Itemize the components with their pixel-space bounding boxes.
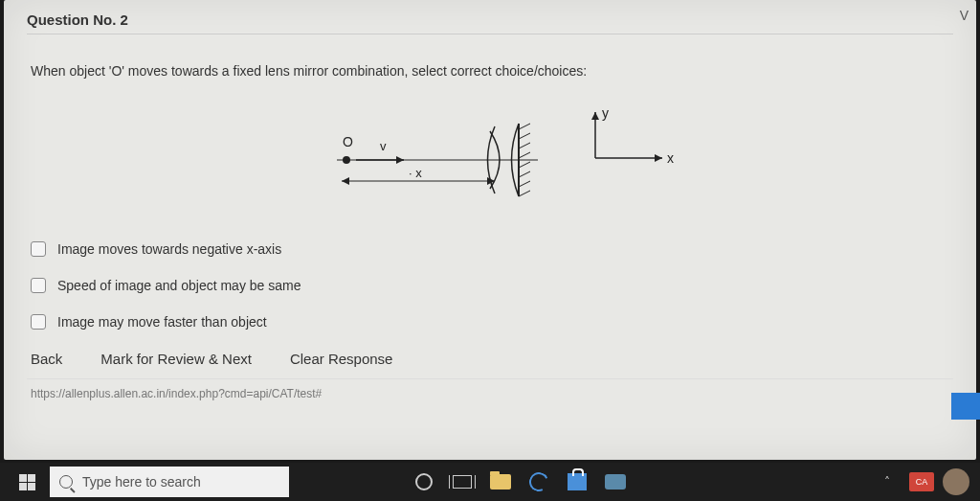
windows-icon <box>19 474 35 490</box>
svg-line-13 <box>519 171 530 177</box>
search-placeholder: Type here to search <box>82 474 201 490</box>
store-icon <box>568 473 587 490</box>
tray-cast-button[interactable]: CA <box>905 467 938 497</box>
chevron-up-icon: ˄ <box>884 475 890 489</box>
svg-line-14 <box>519 181 530 187</box>
svg-marker-3 <box>396 156 404 164</box>
camera-icon <box>605 474 626 490</box>
svg-line-15 <box>519 191 530 196</box>
search-icon <box>59 475 73 489</box>
svg-line-11 <box>519 152 530 158</box>
start-button[interactable] <box>8 467 46 497</box>
svg-marker-17 <box>591 112 599 120</box>
checkbox-icon[interactable] <box>31 278 46 293</box>
task-view-button[interactable] <box>446 467 479 497</box>
action-bar: Back Mark for Review & Next Clear Respon… <box>27 351 953 367</box>
side-letter: V <box>960 8 969 23</box>
edge-icon <box>526 469 551 494</box>
windows-taskbar: Type here to search ˄ CA <box>0 463 980 501</box>
answer-options: Image moves towards negative x-axis Spee… <box>27 241 953 330</box>
x-axis-label: x <box>667 150 674 166</box>
right-panel-accent <box>951 393 980 420</box>
store-button[interactable] <box>561 467 593 497</box>
tray-overflow-button[interactable]: ˄ <box>871 467 903 497</box>
physics-diagram: O v · x <box>27 98 953 222</box>
mark-review-next-button[interactable]: Mark for Review & Next <box>100 351 252 367</box>
y-axis-label: y <box>602 105 609 121</box>
option-label: Image may move faster than object <box>57 314 267 330</box>
question-prompt: When object 'O' moves towards a fixed le… <box>27 63 953 79</box>
cortana-button[interactable] <box>408 467 440 497</box>
taskbar-search[interactable]: Type here to search <box>50 467 289 497</box>
object-label: O <box>343 134 353 149</box>
svg-point-1 <box>343 156 350 164</box>
svg-line-10 <box>519 143 530 148</box>
svg-line-12 <box>519 162 530 168</box>
question-number: Question No. 2 <box>27 8 953 34</box>
option-3[interactable]: Image may move faster than object <box>31 314 953 330</box>
x-distance-label: · x <box>409 166 422 180</box>
svg-line-9 <box>519 133 530 139</box>
system-tray: ˄ CA <box>871 467 972 497</box>
folder-icon <box>490 474 511 490</box>
svg-marker-19 <box>655 154 662 162</box>
cast-icon: CA <box>909 472 934 491</box>
status-url: https://allenplus.allen.ac.in/index.php?… <box>27 378 953 400</box>
taskbar-pinned <box>408 467 632 497</box>
back-button[interactable]: Back <box>31 351 62 367</box>
edge-button[interactable] <box>523 467 555 497</box>
svg-line-8 <box>519 124 530 129</box>
velocity-label: v <box>380 139 387 153</box>
checkbox-icon[interactable] <box>31 241 46 257</box>
task-view-icon <box>453 475 472 489</box>
question-page: V Question No. 2 When object 'O' moves t… <box>4 0 976 460</box>
option-1[interactable]: Image moves towards negative x-axis <box>31 241 953 257</box>
avatar-icon <box>943 468 969 495</box>
cortana-icon <box>415 473 433 490</box>
option-label: Speed of image and object may be same <box>57 278 301 293</box>
tray-avatar[interactable] <box>940 467 972 497</box>
svg-marker-5 <box>342 177 349 185</box>
checkbox-icon[interactable] <box>31 314 46 330</box>
file-explorer-button[interactable] <box>484 467 517 497</box>
clear-response-button[interactable]: Clear Response <box>290 351 393 367</box>
camera-app-button[interactable] <box>599 467 632 497</box>
option-2[interactable]: Speed of image and object may be same <box>31 278 953 293</box>
option-label: Image moves towards negative x-axis <box>57 241 281 257</box>
